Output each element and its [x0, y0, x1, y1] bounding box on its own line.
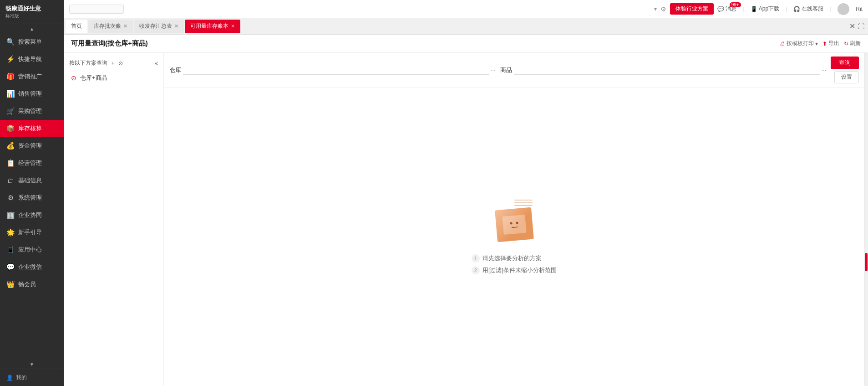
print-dropdown-icon[interactable]: ▾	[815, 41, 818, 47]
sidebar-item-system[interactable]: ⚙ 系统管理	[0, 189, 64, 206]
filter-add-icon[interactable]: ＋	[110, 59, 116, 67]
vip-icon: 👑	[6, 280, 15, 288]
goods-field-label: 商品	[500, 66, 512, 74]
sidebar-item-finance[interactable]: 💰 资金管理	[0, 137, 64, 154]
sidebar-label-basic: 基础信息	[18, 176, 42, 185]
sidebar-label-wecom: 企业微信	[18, 263, 42, 271]
face-eye-right	[516, 221, 518, 223]
empty-state: 1 请先选择要分析的方案 2 用[过滤]条件来缩小分析范围	[164, 87, 864, 386]
divider-2: |	[786, 6, 787, 12]
sidebar-label-marketing: 营销推广	[18, 72, 42, 81]
sidebar-label-finance: 资金管理	[18, 142, 42, 150]
sidebar-item-purchase[interactable]: 🛒 采购管理	[0, 103, 64, 120]
refresh-action[interactable]: ↻ 刷新	[844, 40, 861, 47]
sidebar-bottom[interactable]: 👤 我的	[0, 369, 64, 386]
tabbar: 首页 库存批次账 ✕ 收发存汇总表 ✕ 可用量库存账本 ✕ ✕ ⛶	[64, 18, 868, 35]
empty-box-face	[502, 214, 526, 234]
tab-available-qty[interactable]: 可用量库存账本 ✕	[185, 20, 240, 33]
basic-icon: 🗂	[6, 177, 15, 185]
empty-hint-2: 2 用[过滤]条件来缩小分析范围	[472, 266, 557, 274]
query-area: 仓库 ··· 商品 ··· 查询 设置	[164, 53, 864, 386]
tab-batch-ledger-label: 库存批次账	[94, 22, 121, 30]
finance-icon: 💰	[6, 142, 15, 150]
export-action[interactable]: ⬆ 导出	[822, 40, 839, 47]
operations-icon: 📋	[6, 159, 15, 167]
face-mouth	[511, 226, 518, 227]
sidebar-scroll-down[interactable]: ▼	[0, 360, 64, 369]
sidebar-item-marketing[interactable]: 🎁 营销推广	[0, 68, 64, 85]
sidebar-label-sales: 销售管理	[18, 90, 42, 98]
tab-available-qty-label: 可用量库存账本	[190, 22, 228, 30]
trial-industry-button[interactable]: 体验行业方案	[670, 3, 714, 15]
empty-lines	[514, 200, 533, 206]
app-download-item[interactable]: 📱 App下载	[751, 5, 779, 13]
tabbar-close-icon[interactable]: ✕	[849, 22, 855, 31]
topbar-search-input[interactable]	[69, 5, 124, 14]
tabbar-expand-icon[interactable]: ⛶	[858, 23, 864, 30]
marketing-icon: 🎁	[6, 72, 15, 81]
sidebar-scroll-up[interactable]: ▲	[0, 24, 64, 33]
warehouse-field-label: 仓库	[169, 66, 181, 74]
sidebar-item-basic[interactable]: 🗂 基础信息	[0, 172, 64, 189]
user-avatar[interactable]	[838, 3, 849, 15]
sidebar-item-sales[interactable]: 📊 销售管理	[0, 85, 64, 103]
hint-num-2: 2	[472, 266, 480, 274]
inventory-icon: 📦	[6, 124, 15, 133]
main-content: ▾ ⚙ 体验行业方案 💬 消息 99+ | 📱 App下载 | 🎧 在线客服 |…	[64, 0, 868, 386]
goods-more-icon[interactable]: ···	[822, 67, 826, 73]
app-center-icon: 📱	[6, 246, 15, 254]
sidebar-item-vip[interactable]: 👑 畅会员	[0, 276, 64, 293]
warehouse-more-icon[interactable]: ···	[491, 67, 495, 73]
export-label: 导出	[828, 40, 839, 47]
hint-text-2: 用[过滤]条件来缩小分析范围	[482, 266, 557, 274]
sidebar-item-inventory[interactable]: 📦 库存核算	[0, 120, 64, 137]
tabbar-right: ✕ ⛶	[849, 22, 868, 31]
tab-home[interactable]: 首页	[66, 20, 87, 33]
tab-receipt-summary[interactable]: 收发存汇总表 ✕	[134, 20, 184, 33]
sidebar-item-wecom[interactable]: 💬 企业微信	[0, 258, 64, 276]
tab-batch-ledger[interactable]: 库存批次账 ✕	[88, 20, 133, 33]
query-fields-bar: 仓库 ··· 商品 ··· 查询 设置	[164, 53, 864, 87]
query-button[interactable]: 查询	[831, 57, 859, 69]
tab-home-label: 首页	[71, 22, 82, 30]
sidebar: 畅康通好生意 标准版 ▲ 🔍 搜索菜单 ⚡ 快捷导航 🎁 营销推广 📊 销售管理…	[0, 0, 64, 386]
scheme-label: 仓库+商品	[80, 74, 107, 82]
filter-collapse-icon[interactable]: «	[155, 60, 158, 67]
tab-available-qty-close[interactable]: ✕	[231, 23, 235, 29]
goods-input[interactable]	[514, 65, 820, 75]
page-title: 可用量查询(按仓库+商品)	[71, 39, 148, 48]
sidebar-label-purchase: 采购管理	[18, 107, 42, 115]
right-scrollbar[interactable]	[864, 53, 868, 386]
user-name[interactable]: Rit	[856, 6, 863, 12]
page-header-actions: 🖨 按模板打印 ▾ ⬆ 导出 ↻ 刷新	[780, 40, 861, 47]
print-action[interactable]: 🖨 按模板打印 ▾	[780, 40, 818, 47]
sidebar-item-operations[interactable]: 📋 经营管理	[0, 154, 64, 172]
online-service-item[interactable]: 🎧 在线客服	[793, 5, 823, 13]
tab-batch-ledger-close[interactable]: ✕	[123, 23, 127, 29]
app-download-label: App下载	[759, 5, 779, 13]
sidebar-item-search[interactable]: 🔍 搜索菜单	[0, 33, 64, 51]
topbar-right: 💬 消息 99+ | 📱 App下载 | 🎧 在线客服 | Rit	[717, 3, 863, 15]
settings-button[interactable]: 设置	[834, 71, 859, 83]
export-icon: ⬆	[822, 41, 827, 47]
sidebar-bottom-icon: 👤	[6, 375, 13, 381]
notification-item[interactable]: 💬 消息 99+	[717, 5, 736, 13]
topbar-dropdown-icon[interactable]: ▾	[654, 6, 657, 12]
scroll-thumb[interactable]	[865, 253, 868, 271]
empty-line-3	[514, 205, 533, 206]
filter-sidebar: 按以下方案查询 ＋ ⊙ « ⊙ 仓库+商品	[64, 53, 164, 386]
sidebar-label-system: 系统管理	[18, 194, 42, 202]
topbar: ▾ ⚙ 体验行业方案 💬 消息 99+ | 📱 App下载 | 🎧 在线客服 |…	[64, 0, 868, 18]
topbar-gear-icon[interactable]: ⚙	[660, 5, 666, 13]
enterprise-icon: 🏢	[6, 211, 15, 219]
sidebar-item-shortcut[interactable]: ⚡ 快捷导航	[0, 51, 64, 68]
sidebar-item-enterprise[interactable]: 🏢 企业协同	[0, 206, 64, 224]
sidebar-label-operations: 经营管理	[18, 159, 42, 167]
filter-scheme-warehouse-goods[interactable]: ⊙ 仓库+商品	[64, 71, 163, 85]
sidebar-item-newbie[interactable]: 🌟 新手引导	[0, 224, 64, 241]
tab-receipt-summary-close[interactable]: ✕	[174, 23, 178, 29]
empty-hint-1: 1 请先选择要分析的方案	[472, 254, 557, 262]
warehouse-input[interactable]	[183, 65, 489, 75]
sidebar-item-app-center[interactable]: 📱 应用中心	[0, 241, 64, 258]
filter-settings-icon[interactable]: ⊙	[118, 60, 123, 67]
